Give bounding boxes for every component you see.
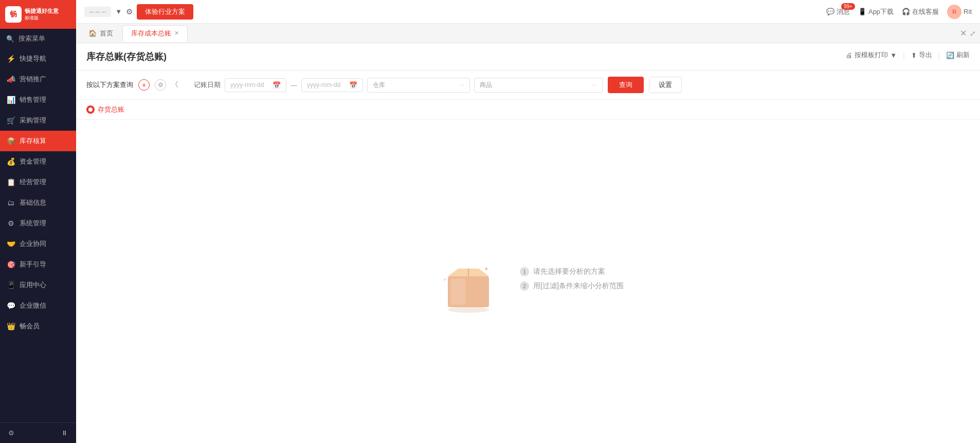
industry-btn[interactable]: 体验行业方案: [137, 4, 193, 20]
sidebar-item-inventory[interactable]: 📦 库存核算: [0, 131, 76, 151]
logo-text: 畅捷通好生意: [25, 7, 59, 15]
sidebar-item-system[interactable]: ⚙ 系统管理: [0, 213, 76, 234]
basic-icon: 🗂: [6, 199, 15, 207]
sidebar-item-label: 企业微信: [20, 301, 46, 310]
condition-group: 记账日期 yyyy-mm-dd 📅 — yyyy-mm-dd 📅 仓库 ··· …: [194, 78, 603, 93]
topbar: ─ ─ ─ ▼ ⚙ 体验行业方案 💬 消息 99+ 📱 App下载 🎧 在线客服…: [76, 0, 980, 24]
settings-btn[interactable]: 设置: [649, 77, 682, 93]
sidebar-item-finance[interactable]: 💰 资金管理: [0, 151, 76, 172]
sidebar-item-label: 资金管理: [20, 157, 46, 166]
divider2: |: [938, 51, 940, 59]
tab-inventory-cost[interactable]: 库存成本总账 ✕: [122, 25, 188, 42]
empty-inner: ✦ ✦ 1 请先选择要分析的方案 2 用[过滤]条件来缩小分析范围: [432, 245, 624, 317]
sidebar-item-label: 新手引导: [20, 260, 46, 269]
print-btn[interactable]: 🖨 按模板打印 ▼: [846, 50, 897, 60]
query-btn[interactable]: 查询: [608, 77, 644, 93]
date-from-placeholder: yyyy-mm-dd: [230, 81, 264, 88]
logo-icon: 畅: [5, 6, 22, 23]
online-service-btn[interactable]: 🎧 在线客服: [902, 7, 939, 16]
export-icon: ⬆: [911, 51, 917, 59]
product-more-icon[interactable]: ···: [592, 81, 597, 88]
audio-icon[interactable]: ⏸: [61, 429, 68, 437]
tip2-text: 用[过滤]条件来缩小分析范围: [533, 281, 624, 291]
sidebar-item-enterprise[interactable]: 🤝 企业协同: [0, 234, 76, 254]
svg-point-1: [448, 307, 489, 313]
sidebar-footer: ⚙ ⏸: [0, 422, 76, 443]
scheme-row: 存货总账: [76, 100, 980, 120]
purchase-icon: 🛒: [6, 116, 15, 125]
calendar-from-icon[interactable]: 📅: [273, 81, 281, 89]
svg-text:✦: ✦: [484, 265, 489, 273]
sidebar-item-member[interactable]: 👑 畅会员: [0, 316, 76, 336]
page-title: 库存总账(存货总账): [86, 50, 167, 70]
product-input[interactable]: 商品 ···: [474, 78, 603, 93]
date-to-placeholder: yyyy-mm-dd: [307, 81, 340, 88]
scheme-item[interactable]: 存货总账: [86, 105, 124, 114]
svg-rect-5: [450, 279, 466, 305]
sidebar-item-marketing[interactable]: 📣 营销推广: [0, 69, 76, 90]
page-header-actions: 🖨 按模板打印 ▼ | ⬆ 导出 | 🔄 刷新: [846, 50, 970, 67]
filter-label: 按以下方案查询: [86, 80, 133, 90]
avatar: R: [947, 5, 961, 19]
app-center-icon: 📱: [6, 281, 15, 289]
print-label: 按模板打印: [855, 50, 888, 60]
warehouse-input[interactable]: 仓库 ···: [367, 78, 470, 93]
refresh-btn[interactable]: 🔄 刷新: [946, 50, 970, 60]
scheme-item-label: 存货总账: [98, 105, 124, 114]
operation-icon: 📋: [6, 178, 15, 186]
sidebar-item-operation[interactable]: 📋 经营管理: [0, 172, 76, 192]
date-separator: —: [291, 81, 297, 89]
panel-resize-icon[interactable]: ⤢: [970, 29, 976, 38]
filter-settings-btn[interactable]: ⚙: [155, 79, 166, 91]
app-download-btn[interactable]: 📱 App下载: [858, 7, 894, 16]
search-menu[interactable]: 🔍 搜索菜单: [0, 29, 76, 48]
topbar-right: 💬 消息 99+ 📱 App下载 🎧 在线客服 R Rit: [826, 5, 972, 19]
sidebar-item-label: 应用中心: [20, 280, 46, 290]
search-icon: 🔍: [6, 35, 14, 43]
sidebar: 畅 畅捷通好生意 标准版 🔍 搜索菜单 ⚡ 快捷导航 📣 营销推广 📊 销售管理…: [0, 0, 76, 443]
search-menu-label: 搜索菜单: [19, 34, 45, 43]
sidebar-nav: ⚡ 快捷导航 📣 营销推广 📊 销售管理 🛒 采购管理 📦 库存核算 💰 资金管…: [0, 48, 76, 422]
warehouse-label: 仓库: [373, 81, 385, 90]
message-icon: 💬: [826, 8, 834, 15]
calendar-to-icon[interactable]: 📅: [349, 81, 357, 89]
date-from-input[interactable]: yyyy-mm-dd 📅: [225, 78, 286, 92]
settings-icon[interactable]: ⚙: [8, 429, 14, 437]
user-menu[interactable]: R Rit: [947, 5, 972, 19]
filter-add-btn[interactable]: +: [138, 79, 150, 91]
export-label: 导出: [919, 50, 932, 60]
sidebar-item-basic[interactable]: 🗂 基础信息: [0, 192, 76, 213]
message-btn[interactable]: 💬 消息 99+: [826, 7, 850, 16]
print-dropdown-icon[interactable]: ▼: [890, 51, 897, 59]
refresh-label: 刷新: [956, 50, 970, 60]
sidebar-item-quick-nav[interactable]: ⚡ 快捷导航: [0, 48, 76, 69]
sidebar-item-app-center[interactable]: 📱 应用中心: [0, 275, 76, 295]
app-label: App下载: [868, 7, 894, 16]
export-btn[interactable]: ⬆ 导出: [911, 50, 932, 60]
tab-inventory-cost-label: 库存成本总账: [131, 29, 171, 38]
sidebar-item-wecom[interactable]: 💬 企业微信: [0, 295, 76, 316]
gear-icon[interactable]: ⚙: [126, 7, 133, 16]
warehouse-more-icon[interactable]: ···: [459, 81, 464, 88]
svg-text:✦: ✦: [443, 277, 447, 282]
online-label: 在线客服: [912, 7, 939, 16]
scheme-dot: [86, 105, 95, 114]
sidebar-item-label: 企业协同: [20, 239, 46, 249]
sidebar-item-purchase[interactable]: 🛒 采购管理: [0, 110, 76, 131]
panel-close-icon[interactable]: ✕: [960, 28, 967, 38]
sidebar-item-guide[interactable]: 🎯 新手引导: [0, 254, 76, 275]
sidebar-item-label: 销售管理: [20, 95, 46, 104]
tab-close-icon[interactable]: ✕: [174, 30, 179, 37]
user-name: Rit: [964, 8, 972, 15]
enterprise-icon: 🤝: [6, 240, 15, 248]
date-label: 记账日期: [194, 80, 221, 90]
divider1: |: [903, 51, 904, 59]
date-to-input[interactable]: yyyy-mm-dd 📅: [301, 78, 363, 92]
sidebar-item-sales[interactable]: 📊 销售管理: [0, 90, 76, 110]
tab-home[interactable]: 🏠 首页: [80, 26, 121, 41]
breadcrumb: ─ ─ ─: [84, 7, 111, 17]
tab-home-label: 首页: [100, 29, 113, 38]
dropdown-chevron-icon[interactable]: ▼: [115, 8, 122, 15]
sidebar-item-label: 畅会员: [20, 322, 40, 331]
filter-collapse-icon[interactable]: 《: [171, 80, 178, 90]
